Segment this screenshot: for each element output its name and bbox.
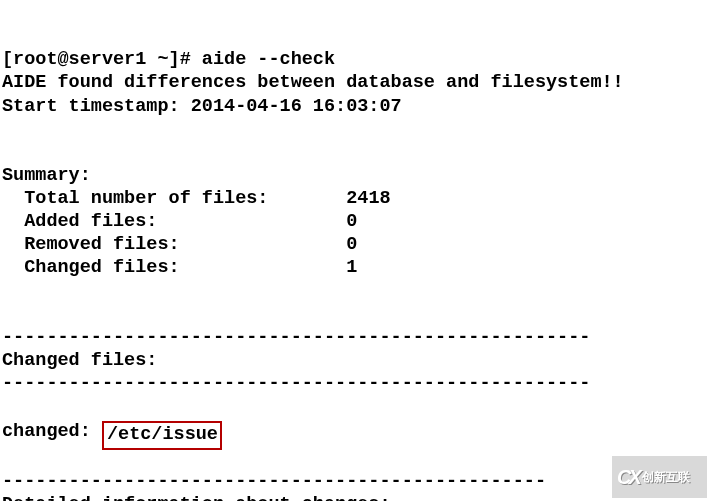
watermark-badge: CX 创新互联 [612,456,707,498]
summary-removed-value: 0 [346,234,357,255]
summary-added-value: 0 [346,211,357,232]
summary-total-label: Total number of files: [2,188,268,209]
changed-file-path: /etc/issue [102,421,222,450]
changed-prefix: changed: [2,421,102,442]
aide-diff-message: AIDE found differences between database … [2,72,624,93]
separator-line: ----------------------------------------… [2,373,590,394]
separator-line: ----------------------------------------… [2,327,590,348]
changed-files-heading: Changed files: [2,350,157,371]
shell-prompt: [root@server1 ~]# [2,49,202,70]
watermark-text: 创新互联 [642,471,690,483]
summary-changed-value: 1 [346,257,357,278]
summary-added-label: Added files: [2,211,157,232]
timestamp-label: Start timestamp: [2,96,191,117]
timestamp-value: 2014-04-16 16:03:07 [191,96,402,117]
detailed-info-heading: Detailed information about changes: [2,494,391,501]
separator-line: ----------------------------------------… [2,471,546,492]
command-input[interactable]: aide --check [202,49,335,70]
summary-total-value: 2418 [346,188,390,209]
summary-removed-label: Removed files: [2,234,180,255]
watermark-logo: CX [617,465,639,490]
summary-heading: Summary: [2,165,91,186]
summary-changed-label: Changed files: [2,257,180,278]
